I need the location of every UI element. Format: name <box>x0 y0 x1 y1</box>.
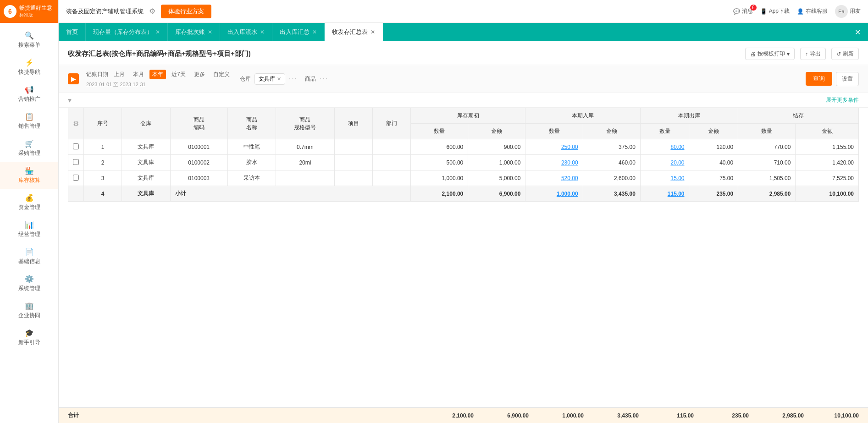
sidebar-item-enterprise[interactable]: 🏢企业协同 <box>0 297 58 324</box>
row-checkbox[interactable] <box>68 155 84 170</box>
filter-bar: ▶ 记账日期 上月 本月 本年 近7天 更多 自定义 2023-01-01 至 … <box>59 65 868 93</box>
close-window-btn[interactable]: ✕ <box>847 28 868 37</box>
refresh-btn[interactable]: ↺ 刷新 <box>831 48 859 60</box>
refresh-icon: ↺ <box>836 51 841 57</box>
main-area: 装备及固定资产辅助管理系统 ⚙ 体验行业方案 💬 消息 6 📱 App下载 👤 … <box>59 0 868 423</box>
message-btn[interactable]: 💬 消息 6 <box>733 7 753 15</box>
print-btn[interactable]: 🖨 按模板打印 ▾ <box>745 48 795 60</box>
tab-stock-dist[interactable]: 现存量（库存分布表）✕ <box>86 23 168 41</box>
tab-batch[interactable]: 库存批次账✕ <box>168 23 220 41</box>
row-out-qty[interactable]: 20.00 <box>640 155 689 170</box>
subtotal-out-amt: 235.00 <box>689 186 738 202</box>
query-button[interactable]: 查询 <box>806 72 832 86</box>
warehouse-tag-close[interactable]: ✕ <box>277 76 281 82</box>
settings-icon[interactable]: ⚙ <box>149 7 155 16</box>
user-menu-btn[interactable]: Ea 用友 <box>835 5 861 18</box>
table-gear-icon[interactable]: ⚙ <box>73 120 79 127</box>
sidebar-item-quick[interactable]: ⚡快捷导航 <box>0 54 58 81</box>
totals-bar: 合计 2,100.00 6,900.00 1,000.00 3,435.00 1… <box>59 407 868 423</box>
date-last-month[interactable]: 上月 <box>111 70 127 79</box>
warehouse-more-btn[interactable]: ··· <box>289 75 298 83</box>
sidebar-brand: 畅捷通好生意 标准版 <box>19 5 52 18</box>
row-in-qty[interactable]: 230.00 <box>525 155 583 170</box>
topbar-right: 💬 消息 6 📱 App下载 👤 在线客服 Ea 用友 <box>733 5 861 18</box>
date-this-year[interactable]: 本年 <box>149 70 166 79</box>
page-header: 收发存汇总表(按仓库+商品编码+商品+规格型号+项目+部门) 🖨 按模板打印 ▾… <box>59 41 868 65</box>
row-checkbox[interactable] <box>68 170 84 186</box>
search-icon: 🔍 <box>25 31 34 40</box>
table-row: 3 文具库 0100003 采访本 1,000.00 5,000.00 520.… <box>68 170 859 186</box>
sidebar-item-basic[interactable]: 📄基础信息 <box>0 243 58 270</box>
col-name: 商品名称 <box>227 108 276 139</box>
sidebar-item-label-basic: 基础信息 <box>18 258 40 265</box>
date-custom[interactable]: 自定义 <box>210 70 232 79</box>
expand-more-btn[interactable]: 展开更多条件 <box>826 96 859 104</box>
tab-flow[interactable]: 出入库流水✕ <box>220 23 272 41</box>
subtotal-no: 4 <box>84 186 122 202</box>
col-no: 序号 <box>84 108 122 139</box>
table-settings-col[interactable]: ⚙ <box>68 108 84 139</box>
total-init-amt: 6,900.00 <box>492 412 529 419</box>
sidebar-item-purchase[interactable]: 🛒采购管理 <box>0 135 58 162</box>
tab-summary[interactable]: 出入库汇总✕ <box>272 23 325 41</box>
tab-close-flow[interactable]: ✕ <box>260 29 265 35</box>
tab-close-batch[interactable]: ✕ <box>208 29 212 35</box>
filter-toggle-btn[interactable]: ▶ <box>68 73 79 84</box>
tab-label-recv-summary: 收发存汇总表 <box>332 28 368 36</box>
sidebar-item-inventory[interactable]: 🏪库存核算 <box>0 162 58 189</box>
online-service-btn[interactable]: 👤 在线客服 <box>797 7 828 15</box>
tab-label-stock-dist: 现存量（库存分布表） <box>93 28 153 36</box>
tab-close-stock-dist[interactable]: ✕ <box>155 29 160 35</box>
subtotal-in-qty[interactable]: 1,000.00 <box>525 186 583 202</box>
total-out-qty: 115.00 <box>657 412 694 419</box>
col-in: 本期入库 <box>525 108 640 124</box>
total-out-amt: 235.00 <box>712 412 749 419</box>
row-code: 0100001 <box>170 139 227 155</box>
row-out-amt: 120.00 <box>689 139 738 155</box>
date-this-month[interactable]: 本月 <box>130 70 147 79</box>
tab-close-recv-summary[interactable]: ✕ <box>370 29 375 35</box>
row-in-qty[interactable]: 520.00 <box>525 170 583 186</box>
tab-close-summary[interactable]: ✕ <box>312 29 317 35</box>
sidebar-item-search[interactable]: 🔍搜索菜单 <box>0 27 58 54</box>
tab-recv-summary[interactable]: 收发存汇总表✕ <box>325 23 383 41</box>
row-bal-qty: 770.00 <box>738 139 796 155</box>
col-bal-amt: 金额 <box>796 124 859 139</box>
row-project <box>334 170 372 186</box>
purchase-icon: 🛒 <box>25 139 34 148</box>
sidebar-tag: 标准版 <box>19 12 52 18</box>
service-icon: 👤 <box>797 8 804 15</box>
row-out-qty[interactable]: 15.00 <box>640 170 689 186</box>
sidebar-item-marketing[interactable]: 📢营销推广 <box>0 81 58 108</box>
sidebar-item-system[interactable]: ⚙️系统管理 <box>0 270 58 297</box>
row-in-qty[interactable]: 250.00 <box>525 139 583 155</box>
goods-filter-label: 商品 <box>305 75 316 83</box>
goods-more-btn[interactable]: ··· <box>320 75 328 83</box>
date-7days[interactable]: 近7天 <box>169 70 188 79</box>
sidebar-item-label-finance: 资金管理 <box>18 203 40 211</box>
row-checkbox[interactable] <box>68 139 84 155</box>
app-icon: 📱 <box>760 8 767 15</box>
tab-home[interactable]: 首页 <box>59 23 86 41</box>
subtotal-out-qty[interactable]: 115.00 <box>640 186 689 202</box>
subtotal-checkbox <box>68 186 84 202</box>
col-init-qty: 数量 <box>411 124 468 139</box>
date-more[interactable]: 更多 <box>191 70 208 79</box>
row-out-qty[interactable]: 80.00 <box>640 139 689 155</box>
settings-button[interactable]: 设置 <box>836 72 859 86</box>
subtotal-warehouse: 文具库 <box>122 186 170 202</box>
app-download-btn[interactable]: 📱 App下载 <box>760 7 790 15</box>
row-init-amt: 1,000.00 <box>468 155 525 170</box>
sidebar-item-business[interactable]: 📊经营管理 <box>0 216 58 243</box>
sidebar-item-finance[interactable]: 💰资金管理 <box>0 189 58 216</box>
row-spec <box>276 170 335 186</box>
row-in-amt: 2,600.00 <box>583 170 640 186</box>
sidebar-item-sales[interactable]: 📋销售管理 <box>0 108 58 135</box>
export-btn[interactable]: ↑ 导出 <box>800 48 826 60</box>
try-button[interactable]: 体验行业方案 <box>161 5 211 18</box>
sidebar-item-newbie[interactable]: 🎓新手引导 <box>0 324 58 351</box>
total-bal-amt: 10,100.00 <box>822 412 859 419</box>
row-no: 3 <box>84 170 122 186</box>
sidebar-title: 畅捷通好生意 <box>19 5 52 12</box>
newbie-icon: 🎓 <box>25 329 34 337</box>
